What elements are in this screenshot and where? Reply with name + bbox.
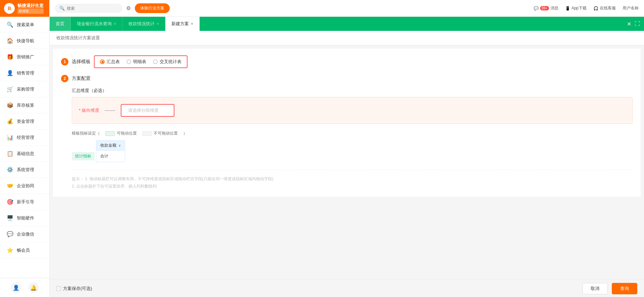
sidebar-logo: B 畅捷通好生意 标准版 (0, 0, 49, 17)
sidebar-item-purchase[interactable]: 🛒 采购管理 (0, 81, 49, 97)
sidebar-item-label: 新手引导 (17, 199, 34, 205)
query-button[interactable]: 查询 (612, 283, 637, 294)
search-input[interactable] (67, 6, 114, 11)
tab-close-icon[interactable]: × (114, 21, 116, 26)
sidebar: B 畅捷通好生意 标准版 🔍 搜索菜单 🏠 快捷导航 🎁 营销推广 👤 销售管理… (0, 0, 50, 297)
dimension-area: * 纵向维度 —— 请选择分组维度 (72, 97, 633, 124)
sidebar-item-label: 采购管理 (17, 86, 34, 92)
header-right: 💬 99+ 消息 📱 App下载 🎧 在线客服 用户名称 (534, 5, 639, 11)
sidebar-item-label: 基础信息 (17, 151, 34, 157)
metrics-column-label: 收款金额 (100, 143, 116, 148)
sidebar-item-member[interactable]: ⭐ 畅会员 (0, 242, 49, 258)
metrics-total-label: 合计 (100, 154, 108, 158)
user-info[interactable]: 用户名称 (623, 5, 639, 11)
maximize-icon[interactable]: ⛶ (635, 21, 640, 27)
tip-label: 提示： (72, 177, 84, 181)
message-action[interactable]: 💬 99+ 消息 (534, 5, 558, 11)
wechat-icon: 💬 (7, 231, 13, 237)
dimension-row: * 纵向维度 —— 请选择分组维度 (79, 104, 174, 117)
inventory-icon: 📦 (7, 102, 13, 108)
system-icon: ⚙️ (7, 166, 13, 173)
tab-new-plan[interactable]: 新建方案 × (165, 17, 200, 31)
hardware-icon: 🖥️ (7, 215, 13, 221)
sidebar-avatar-2[interactable]: 🔔 (28, 282, 39, 293)
tab-bar: 首页 现金银行流水查询 × 收款情况统计 × 新建方案 × ✕ ⛶ (50, 17, 644, 31)
sidebar-item-finance[interactable]: 💰 资金管理 (0, 113, 49, 130)
service-icon: 🎧 (593, 6, 598, 11)
radio-summary[interactable]: 汇总表 (100, 59, 120, 65)
metrics-legend-close: ） (183, 131, 187, 136)
dimension-arrow: —— (105, 107, 115, 113)
message-icon: 💬 (534, 6, 539, 11)
close-window-icon[interactable]: ✕ (627, 21, 631, 27)
service-action[interactable]: 🎧 在线客服 (593, 5, 616, 11)
page-title: 收款情况统计方案设置 (50, 31, 644, 45)
sidebar-item-inventory[interactable]: 📦 库存核算 (0, 97, 49, 113)
metrics-column-header[interactable]: 收款金额 ∨ (96, 141, 125, 151)
tip-line-2: 2. 点击标题栏下拉可设置排序、插入列和删除列 (72, 183, 633, 190)
sidebar-item-quick-nav[interactable]: 🏠 快捷导航 (0, 33, 49, 49)
download-action[interactable]: 📱 App下载 (565, 5, 587, 11)
radio-summary-label: 汇总表 (107, 59, 120, 65)
tab-home[interactable]: 首页 (50, 17, 71, 31)
sidebar-item-label: 智能硬件 (17, 215, 34, 221)
tab-label: 现金银行流水查询 (77, 21, 112, 27)
sidebar-avatar-1[interactable]: 👤 (11, 282, 21, 293)
basic-info-icon: 📋 (7, 150, 13, 157)
sidebar-item-label: 快捷导航 (17, 38, 34, 44)
step1-number: 1 (61, 58, 68, 65)
cooperation-icon: 🤝 (7, 183, 13, 189)
drag-indicator (105, 131, 115, 136)
sidebar-item-label: 企业微信 (17, 231, 34, 237)
home-icon: 🏠 (7, 38, 13, 44)
step1-label: 选择模板 (72, 59, 91, 65)
top-header: 🔍 ⚙ 体验行业方案 💬 99+ 消息 📱 App下载 🎧 在线客服 用户名称 (50, 0, 644, 17)
sidebar-item-marketing[interactable]: 🎁 营销推广 (0, 49, 49, 65)
dimension-select[interactable]: 请选择分组维度 (121, 104, 174, 117)
sidebar-item-sales[interactable]: 👤 销售管理 (0, 65, 49, 81)
sidebar-item-basic-info[interactable]: 📋 基础信息 (0, 146, 49, 162)
message-label: 消息 (550, 5, 558, 11)
metrics-chevron-icon[interactable]: ∨ (118, 144, 121, 147)
radio-cross[interactable]: 交叉统计表 (153, 59, 181, 65)
metrics-legend-title: 模板指标设定（ (72, 131, 100, 136)
tab-close-icon[interactable]: × (191, 21, 193, 26)
logo-text: 畅捷通好生意 (17, 3, 44, 8)
settings-icon[interactable]: ⚙ (126, 5, 131, 11)
sidebar-item-cooperation[interactable]: 🤝 企业协同 (0, 178, 49, 194)
tab-close-icon[interactable]: × (157, 21, 159, 26)
drag-label: 可拖动位置 (117, 131, 137, 136)
sidebar-item-wechat[interactable]: 💬 企业微信 (0, 226, 49, 242)
sidebar-item-guide[interactable]: 🎯 新手引导 (0, 194, 49, 210)
sidebar-item-hardware[interactable]: 🖥️ 智能硬件 (0, 210, 49, 226)
radio-group: 汇总表 明细表 交叉统计表 (100, 59, 181, 65)
sidebar-item-label: 资金管理 (17, 118, 34, 125)
search-icon: 🔍 (7, 21, 13, 28)
save-checkbox[interactable] (56, 286, 61, 291)
search-bar[interactable]: 🔍 (55, 4, 122, 12)
download-label: App下载 (572, 5, 587, 11)
sidebar-item-system[interactable]: ⚙️ 系统管理 (0, 162, 49, 178)
sidebar-item-search[interactable]: 🔍 搜索菜单 (0, 17, 49, 33)
tab-label: 收款情况统计 (128, 21, 155, 27)
sidebar-item-operations[interactable]: 📊 经营管理 (0, 130, 49, 146)
tab-controls: ✕ ⛶ (623, 21, 644, 27)
radio-cross-circle (153, 59, 158, 64)
search-icon: 🔍 (59, 6, 65, 11)
sidebar-item-label: 经营管理 (17, 135, 34, 141)
cancel-button[interactable]: 取消 (582, 283, 608, 294)
save-option-label: 方案保存(可选) (63, 286, 92, 292)
bottom-buttons: 取消 查询 (582, 283, 637, 294)
tip-text-1: 1. 拖动标题栏可以调整布局，不可跨维度或指标区域拖动栏目字段(只能在同一维度或… (85, 177, 273, 181)
user-name: 用户名称 (623, 5, 639, 11)
main-area: 🔍 ⚙ 体验行业方案 💬 99+ 消息 📱 App下载 🎧 在线客服 用户名称 (50, 0, 644, 297)
tab-bank-flow[interactable]: 现金银行流水查询 × (71, 17, 122, 31)
save-option[interactable]: 方案保存(可选) (56, 286, 92, 292)
nodrag-label: 不可拖动位置 (154, 131, 178, 136)
industry-button[interactable]: 体验行业方案 (135, 3, 170, 13)
download-icon: 📱 (565, 6, 570, 11)
radio-detail[interactable]: 明细表 (126, 59, 146, 65)
step1-header: 1 选择模板 汇总表 明细表 交叉统计表 (61, 55, 633, 68)
tab-receipt-stats[interactable]: 收款情况统计 × (122, 17, 165, 31)
content-area: 收款情况统计方案设置 1 选择模板 汇总表 明细表 (50, 31, 644, 297)
